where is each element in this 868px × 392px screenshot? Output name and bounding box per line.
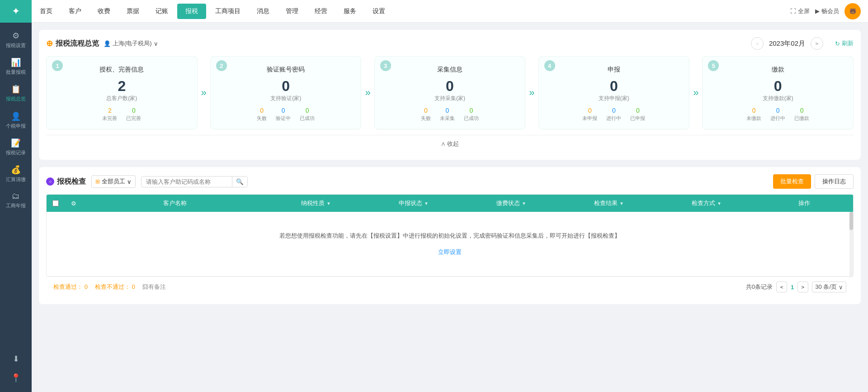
sidebar-item-tax-overview[interactable]: 📋 报税总览	[0, 80, 32, 106]
th-checkbox[interactable]	[47, 196, 65, 211]
nav-business[interactable]: 工商项目	[207, 0, 249, 22]
sidebar-item-personal-tax[interactable]: 👤 个税申报	[0, 107, 32, 134]
pass-count[interactable]: 0	[85, 283, 88, 290]
step-4-stat-1: 0 进行中	[606, 107, 621, 122]
fullscreen-btn[interactable]: ⛶ 全屏	[790, 7, 810, 15]
step-5-stat-2-num[interactable]: 0	[800, 107, 804, 114]
th-customer-name: 客户名称	[83, 195, 267, 212]
scrollbar-track[interactable]	[849, 212, 853, 276]
per-page-select[interactable]: 30 条/页 ∨	[812, 282, 846, 292]
employee-filter[interactable]: ⊞ 全部员工 ∨	[91, 175, 136, 188]
step-2-stat-0: 0 失败	[257, 107, 267, 122]
next-page-btn[interactable]: ＞	[797, 282, 808, 292]
step-4-stats: 0 未申报 0 进行中 0 已申报	[546, 107, 682, 122]
th-declare-status-label: 申报状态	[399, 199, 422, 207]
step-4-stat-2: 0 已申报	[630, 107, 645, 122]
nav-manage[interactable]: 管理	[278, 0, 307, 22]
step-3-stat-1-num[interactable]: 0	[446, 107, 449, 114]
step-5-title: 缴款	[710, 66, 846, 74]
step-4-stat-1-num[interactable]: 0	[612, 107, 616, 114]
th-operations: 操作	[755, 195, 853, 212]
step-3-stat-2: 0 已成功	[464, 107, 479, 122]
nav-service[interactable]: 服务	[335, 0, 364, 22]
personal-tax-icon: 👤	[11, 111, 21, 121]
chevron-up-icon: ∧	[441, 140, 446, 147]
th-check-method-filter-icon[interactable]: ▼	[717, 201, 722, 206]
step-3-stat-2-num[interactable]: 0	[470, 107, 473, 114]
total-label: 共0条记录	[746, 283, 773, 291]
step-4-stat-2-num[interactable]: 0	[636, 107, 640, 114]
step-2-stat-2-num[interactable]: 0	[306, 107, 309, 114]
step-5-stat-1-label: 进行中	[770, 115, 785, 122]
th-tax-type-filter-icon[interactable]: ▼	[326, 201, 331, 206]
next-month-btn[interactable]: ＞	[811, 37, 823, 50]
th-pay-status-filter-icon[interactable]: ▼	[522, 201, 526, 206]
sidebar-item-download[interactable]: ⬇	[11, 349, 21, 368]
nav-message[interactable]: 消息	[249, 0, 278, 22]
th-check-result-filter-icon[interactable]: ▼	[619, 201, 624, 206]
sidebar-item-batch-tax[interactable]: 📊 批量报税	[0, 53, 32, 80]
step-2-stat-0-num[interactable]: 0	[260, 107, 264, 114]
search-button[interactable]: 🔍	[232, 177, 247, 187]
search-input[interactable]	[142, 177, 232, 187]
sidebar-item-annual-report[interactable]: 🗂 工商年报	[0, 187, 32, 213]
step-5-stat-1-num[interactable]: 0	[776, 107, 780, 114]
nav-customer[interactable]: 客户	[61, 0, 90, 22]
th-gear[interactable]: ⚙	[65, 196, 83, 211]
play-icon: ▶	[815, 8, 820, 14]
step-1-title: 授权、完善信息	[54, 66, 190, 74]
sidebar-item-tax-record[interactable]: 📝 报税记录	[0, 134, 32, 160]
vip-btn[interactable]: ▶ 畅会员	[815, 7, 839, 15]
nav-invoice[interactable]: 票据	[118, 0, 147, 22]
step-3-stat-0-num[interactable]: 0	[424, 107, 428, 114]
step-3-stat-0: 0 失败	[421, 107, 431, 122]
prev-month-btn[interactable]: ＜	[751, 37, 764, 50]
step-4-stat-0-num[interactable]: 0	[588, 107, 592, 114]
th-declare-status-filter-icon[interactable]: ▼	[424, 201, 429, 206]
step-2-stat-1-num[interactable]: 0	[282, 107, 285, 114]
batch-check-btn[interactable]: 批量检查	[773, 174, 811, 189]
month-text: 2023年02月	[769, 39, 805, 48]
step-arrow-2: »	[361, 56, 374, 129]
sidebar-annual-report-label: 工商年报	[6, 203, 26, 209]
collapse-btn[interactable]: ∧ 收起	[46, 135, 854, 153]
th-pay-status: 缴费状态 ▼	[462, 195, 560, 212]
nav-home[interactable]: 首页	[32, 0, 61, 22]
sidebar-tax-overview-label: 报税总览	[6, 96, 26, 102]
sidebar-item-location[interactable]: 📍	[11, 368, 21, 387]
location-tag[interactable]: 👤 上海(电子税局) ∨	[104, 39, 158, 48]
step-5-count: 0	[710, 77, 846, 95]
step-3-card: 3 采集信息 0 支持采集(家) 0 失败 0 未采集 0 已成功	[374, 56, 526, 129]
setup-link[interactable]: 立即设置	[438, 249, 462, 255]
sidebar-item-tax-settings[interactable]: ⚙ 报税设置	[0, 26, 32, 53]
step-2-title: 验证账号密码	[218, 66, 354, 74]
refresh-btn[interactable]: ↻ 刷新	[835, 39, 854, 48]
current-page: 1	[791, 284, 794, 291]
step-4-card: 4 申报 0 支持申报(家) 0 未申报 0 进行中 0 已申报	[538, 56, 690, 129]
step-1-stat-1-num[interactable]: 0	[132, 107, 136, 114]
fail-count[interactable]: 0	[132, 283, 135, 290]
nav-tax[interactable]: 报税	[177, 4, 206, 19]
operation-log-btn[interactable]: 操作日志	[815, 174, 854, 189]
sidebar-item-annual-settlement[interactable]: 💰 汇算清缴	[0, 160, 32, 187]
select-all-checkbox[interactable]	[52, 200, 59, 206]
nav-bookkeeping[interactable]: 记账	[147, 0, 176, 22]
step-2-stat-1-label: 验证中	[276, 115, 291, 122]
step-3-desc: 支持采集(家)	[382, 95, 518, 102]
gear-icon: ⚙	[71, 200, 76, 207]
scrollbar-thumb[interactable]	[849, 212, 853, 230]
step-5-stat-0-num[interactable]: 0	[752, 107, 756, 114]
step-2-stat-0-label: 失败	[257, 115, 267, 122]
month-nav: ＜ 2023年02月 ＞	[751, 37, 823, 50]
step-5-stat-0: 0 未缴款	[746, 107, 761, 122]
batch-tax-icon: 📊	[11, 57, 21, 67]
step-4-title: 申报	[546, 66, 682, 74]
prev-page-btn[interactable]: ＜	[776, 282, 787, 292]
nav-fee[interactable]: 收费	[90, 0, 118, 22]
step-5-card: 5 缴款 0 支持缴款(家) 0 未缴款 0 进行中 0 已缴款	[702, 56, 854, 129]
step-1-stat-1-label: 已完善	[126, 115, 141, 122]
nav-settings[interactable]: 设置	[364, 0, 393, 22]
step-3-stat-0-label: 失败	[421, 115, 431, 122]
nav-operation[interactable]: 经营	[307, 0, 335, 22]
step-1-stat-0-num[interactable]: 2	[108, 107, 112, 114]
